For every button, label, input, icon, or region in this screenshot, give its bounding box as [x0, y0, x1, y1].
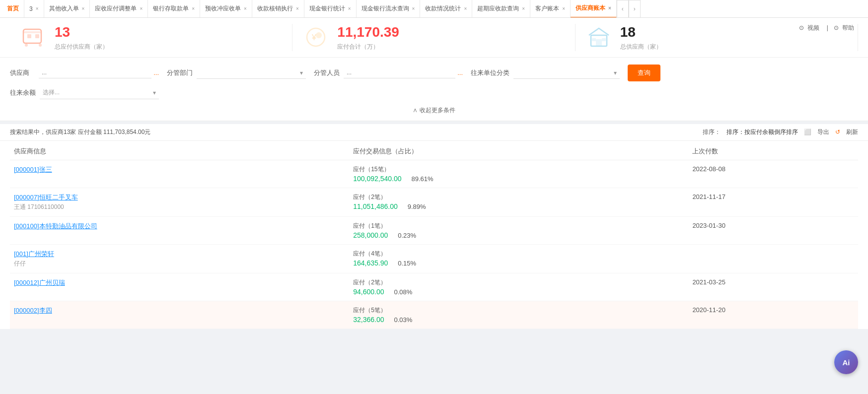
supplier-link[interactable]: [000100]本特勤油品有限公司	[14, 222, 97, 230]
tx-percent: 9.89%	[408, 203, 426, 210]
nav-tab-bank[interactable]: 银行存取款单 ×	[148, 0, 200, 18]
nav-tab-other-income[interactable]: 其他收入单 ×	[44, 0, 90, 18]
nav-tab-receipt-stat[interactable]: 收款情况统计 ×	[420, 0, 472, 18]
table-row: [000100]本特勤油品有限公司应付（1笔）258,000.000.23%20…	[10, 216, 858, 244]
tx-amount[interactable]: 94,600.00	[353, 288, 384, 296]
nav-tab-supplier-ledger[interactable]: 供应商账本 ×	[571, 0, 617, 18]
tx-amount[interactable]: 258,000.00	[353, 231, 388, 239]
data-table-wrap: 供应商信息 应付交易信息（占比） 上次付数 [000001]张三应付（15笔）1…	[0, 141, 868, 329]
tx-amount[interactable]: 100,092,540.00	[353, 175, 401, 183]
last-pay-cell: 2021-11-17	[688, 188, 858, 216]
tab-collection-label: 收款核销执行	[257, 4, 293, 13]
supplier-ellipsis[interactable]: ...	[153, 69, 159, 76]
result-bar: 搜索结果中，供应商13家 应付金额 111,703,854.00元 排序： 排序…	[0, 124, 868, 141]
tx-amount[interactable]: 164,635.90	[353, 259, 388, 267]
nav-tab-collection[interactable]: 收款核销执行 ×	[252, 0, 304, 18]
tab-receipt-stat-label: 收款情况统计	[425, 4, 461, 13]
table-row: [001]广州荣轩仔仔应付（4笔）164,635.900.15%	[10, 244, 858, 273]
filter-dept: 分管部门	[167, 67, 306, 79]
svg-rect-12	[602, 38, 606, 41]
balance-select[interactable]: 选择...	[40, 86, 159, 99]
supplier-link[interactable]: [000007]恒旺二手叉车	[14, 194, 78, 201]
tab-3-label: 3	[29, 5, 33, 12]
svg-rect-1	[27, 34, 31, 38]
close-tab-prepay[interactable]: ×	[244, 6, 247, 11]
transaction-info-cell: 应付（2笔）94,600.000.08%	[349, 273, 688, 301]
collapse-button[interactable]: ∧ 收起更多条件	[10, 104, 858, 117]
col-header-supplier: 供应商信息	[10, 141, 349, 160]
close-tab-customer-ledger[interactable]: ×	[562, 6, 565, 11]
tab-other-income-label: 其他收入单	[49, 4, 79, 13]
tx-label: 应付（4笔）	[353, 250, 684, 258]
tx-label: 应付（5笔）	[353, 306, 684, 315]
sort-link[interactable]: 排序：按应付余额倒序排序	[726, 128, 798, 136]
summary-bar: 13 总应付供应商（家） ¥ 11,170.39 应付合计（万）	[0, 18, 868, 58]
summary-card-payable-amount: ¥ 11,170.39 应付合计（万）	[292, 24, 575, 51]
close-tab-cash-stat[interactable]: ×	[348, 6, 351, 11]
last-pay-cell: 2022-08-08	[688, 160, 858, 188]
supplier-link[interactable]: [001]广州荣轩	[14, 250, 54, 258]
nav-tab-3[interactable]: 3 ×	[24, 0, 44, 18]
close-tab-other-income[interactable]: ×	[82, 6, 85, 11]
supplier-input[interactable]	[39, 67, 151, 78]
table-row: [000012]广州贝瑞应付（2笔）94,600.000.08%2021-03-…	[10, 273, 858, 301]
tab-cash-stat-label: 现金银行统计	[309, 4, 345, 13]
tx-amount[interactable]: 11,051,486.00	[353, 202, 398, 210]
filter-row-1: 供应商 ... 分管部门 分管人员 ... 往来单位分类 查询	[10, 65, 858, 81]
result-actions: 排序： 排序：按应付余额倒序排序 ⬜ 导出 ↺ 刷新	[703, 128, 858, 136]
summary-card-payable-suppliers: 13 总应付供应商（家）	[10, 24, 292, 51]
nav-tab-customer-ledger[interactable]: 客户账本 ×	[530, 0, 571, 18]
nav-tab-adjust[interactable]: 应收应付调整单 ×	[90, 0, 148, 18]
person-input[interactable]	[344, 67, 455, 78]
close-tab-adjust[interactable]: ×	[140, 6, 143, 11]
close-tab-receipt-stat[interactable]: ×	[464, 6, 467, 11]
tx-amount[interactable]: 32,366.00	[353, 316, 384, 324]
help-link[interactable]: ⊙ 帮助	[834, 24, 856, 31]
supplier-link[interactable]: [000002]李四	[14, 307, 52, 314]
dept-filter-label: 分管部门	[167, 68, 193, 77]
person-ellipsis[interactable]: ...	[457, 69, 463, 76]
tab-supplier-ledger-label: 供应商账本	[576, 4, 605, 12]
payable-amount-label: 应付合计（万）	[337, 43, 399, 51]
tab-cash-flow-label: 现金银行流水查询	[362, 4, 409, 13]
nav-tab-home[interactable]: 首页	[2, 0, 24, 18]
summary-info-amount: 11,170.39 应付合计（万）	[337, 24, 399, 51]
top-right-links: ⊙ 视频 | ⊙ 帮助	[797, 24, 858, 32]
transaction-info-cell: 应付（5笔）32,366.000.03%	[349, 301, 688, 328]
close-tab-overdue[interactable]: ×	[522, 6, 525, 11]
refresh-icon: ↺	[835, 129, 840, 135]
category-select[interactable]	[513, 67, 620, 79]
supplier-sub-info: 王通 17106110000	[14, 203, 345, 211]
close-tab-collection[interactable]: ×	[296, 6, 299, 11]
tab-adjust-label: 应收应付调整单	[95, 4, 137, 13]
total-suppliers-num: 18	[620, 24, 662, 41]
nav-tab-cash-stat[interactable]: 现金银行统计 ×	[304, 0, 357, 18]
close-tab-bank[interactable]: ×	[192, 6, 195, 11]
nav-tab-overdue[interactable]: 超期应收款查询 ×	[472, 0, 530, 18]
filter-row-2: 往来余额 选择...	[10, 86, 159, 99]
store-icon	[585, 24, 612, 51]
tab-bank-label: 银行存取款单	[153, 4, 189, 13]
svg-point-8	[316, 32, 322, 38]
export-button[interactable]: 导出	[817, 128, 829, 136]
tx-percent: 89.61%	[412, 175, 434, 183]
close-tab-supplier-ledger[interactable]: ×	[608, 5, 611, 11]
video-link[interactable]: ⊙ 视频	[799, 24, 823, 31]
nav-tab-cash-flow[interactable]: 现金银行流水查询 ×	[357, 0, 421, 18]
refresh-button[interactable]: 刷新	[846, 128, 858, 136]
last-pay-date: 2020-11-20	[692, 306, 725, 314]
close-tab-3[interactable]: ×	[36, 6, 39, 11]
dept-select[interactable]	[197, 67, 306, 79]
last-pay-date: 2021-03-25	[692, 278, 725, 286]
query-button[interactable]: 查询	[628, 65, 660, 81]
svg-rect-11	[592, 38, 596, 41]
tx-label: 应付（2笔）	[353, 193, 684, 201]
category-chevron-icon	[612, 69, 617, 76]
nav-next-arrow[interactable]: ›	[629, 0, 641, 18]
nav-prev-arrow[interactable]: ‹	[617, 0, 629, 18]
nav-tab-prepay[interactable]: 预收冲应收单 ×	[200, 0, 252, 18]
last-pay-date: 2022-08-08	[692, 165, 725, 173]
supplier-link[interactable]: [000012]广州贝瑞	[14, 279, 65, 286]
close-tab-cash-flow[interactable]: ×	[412, 6, 415, 11]
supplier-link[interactable]: [000001]张三	[14, 166, 52, 173]
